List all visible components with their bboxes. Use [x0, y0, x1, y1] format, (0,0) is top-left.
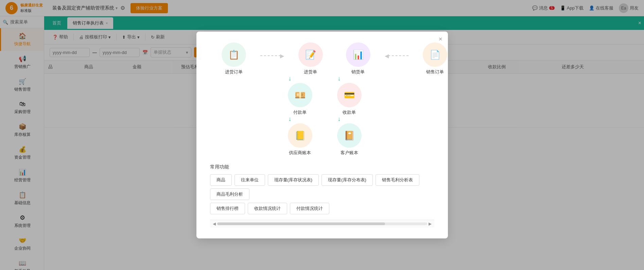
search-menu-button[interactable]: 🔍 搜索菜单 — [0, 16, 44, 28]
func-btn-0[interactable]: 商品 — [210, 174, 232, 186]
func-btn-2[interactable]: 现存量(库存状况表) — [268, 174, 319, 186]
trial-button[interactable]: 体验行业方案 — [130, 3, 168, 13]
payment-label: 付款单 — [293, 109, 307, 115]
customer-account-icon: 📔 — [337, 123, 362, 148]
message-button[interactable]: 💬 消息 5 — [532, 5, 555, 11]
sidebar-item-basic[interactable]: 📋 基础信息 — [0, 187, 44, 210]
flow-node-purchase-receipt[interactable]: 📝 进货单 — [287, 42, 334, 75]
logo-text: 畅康通好生意 标准版 — [20, 3, 43, 13]
flow-node-purchase-order[interactable]: 📋 进货订单 — [210, 42, 258, 75]
customer-account-label: 客户账本 — [341, 150, 358, 156]
sales-order-icon: 📄 — [423, 42, 447, 67]
modal-close-button[interactable]: × — [439, 36, 442, 43]
flow-node-sales-receipt[interactable]: 📊 销货单 — [334, 42, 382, 75]
supplier-account-icon: 📒 — [288, 123, 312, 148]
date-from-input[interactable] — [50, 48, 90, 57]
flow-node-payment[interactable]: 💴 付款单 — [276, 83, 324, 115]
purchase-receipt-label: 进货单 — [304, 69, 317, 75]
scroll-left-arrow[interactable]: ◀ — [213, 221, 216, 226]
refresh-icon: ↻ — [151, 35, 155, 40]
help-icon: ❓ — [52, 35, 58, 40]
sales-order-label: 销售订单 — [426, 69, 444, 75]
help-button[interactable]: ❓ 帮助 — [50, 33, 71, 41]
inventory-icon: 📦 — [19, 123, 26, 130]
func-btn-8[interactable]: 付款情况统计 — [290, 203, 329, 214]
separator-2 — [116, 34, 117, 40]
print-icon: 🖨 — [79, 35, 84, 40]
system-title: 装备及固定资产辅助管理系统 ▾ — [52, 5, 118, 11]
date-to-input[interactable] — [100, 48, 140, 57]
col-header-1: 商品 — [80, 60, 129, 74]
flow-node-receipt[interactable]: 💳 收款单 — [326, 83, 373, 115]
chevron-down-icon-2: ▾ — [137, 35, 140, 40]
tab-home[interactable]: 首页 — [47, 17, 67, 29]
sidebar-item-collab[interactable]: 🤝 企业协同 — [0, 233, 44, 255]
col-header-2: 金额 — [128, 60, 177, 74]
func-btn-5[interactable]: 商品毛利分析 — [210, 188, 249, 200]
settings-icon[interactable]: ⚙ — [120, 5, 125, 11]
sidebar-item-quick-nav[interactable]: 🏠 快捷导航 — [0, 28, 44, 51]
func-btn-3[interactable]: 现存量(库存分布表) — [321, 174, 373, 186]
separator-3 — [145, 34, 145, 40]
user-menu[interactable]: Ea 用友 — [619, 3, 639, 13]
sidebar-item-sales[interactable]: 🛒 销售管理 — [0, 74, 44, 96]
scroll-track[interactable] — [217, 222, 427, 225]
avatar: Ea — [619, 3, 628, 13]
logo-icon: 6 — [5, 2, 18, 14]
tab-sales-order[interactable]: 销售订单执行表 × — [67, 17, 113, 29]
func-btn-6[interactable]: 销售排行榜 — [210, 203, 245, 214]
finance-icon: 💰 — [19, 146, 26, 153]
sidebar-item-newbie[interactable]: 📖 新手引导 — [0, 255, 44, 270]
system-icon: ⚙ — [20, 214, 25, 221]
template-print-button[interactable]: 🖨 按模板打印 ▾ — [76, 33, 114, 41]
app-download-button[interactable]: 📱 App下载 — [560, 5, 584, 11]
receipt-icon: 💳 — [337, 83, 362, 107]
sales-receipt-icon: 📊 — [346, 42, 370, 67]
date-to-field[interactable] — [103, 50, 137, 55]
func-btn-4[interactable]: 销售毛利分析表 — [376, 174, 419, 186]
flow-node-supplier-account[interactable]: 📒 供应商账本 — [276, 123, 324, 156]
logo-area: 6 畅康通好生意 标准版 — [5, 2, 50, 14]
flow-node-customer-account[interactable]: 📔 客户账本 — [326, 123, 373, 156]
marketing-icon: 📢 — [19, 55, 26, 62]
calendar-icon[interactable]: 📅 — [142, 50, 148, 55]
tab-bar: 首页 销售订单执行表 × × — [44, 16, 644, 30]
col-header-0: 品 — [44, 60, 80, 74]
status-select[interactable]: 单据状态 ▾ — [151, 47, 191, 57]
func-btn-7[interactable]: 收款情况统计 — [248, 203, 287, 214]
func-btn-1[interactable]: 往来单位 — [234, 174, 265, 186]
flow-node-sales-order[interactable]: 📄 销售订单 — [411, 42, 459, 75]
sidebar-item-system[interactable]: ⚙ 系统管理 — [0, 210, 44, 233]
message-icon: 💬 — [532, 5, 538, 11]
sidebar: 🔍 搜索菜单 🏠 快捷导航 📢 营销推广 🛒 销售管理 🛍 采购管理 📦 — [0, 16, 44, 270]
flow-modal: × 📋 进货订单 ▶ 📝 进货单 — [196, 32, 448, 238]
sidebar-item-purchase[interactable]: 🛍 采购管理 — [0, 96, 44, 119]
col-header-7: 收款比例 — [484, 60, 558, 74]
scroll-right-arrow[interactable]: ▶ — [429, 221, 432, 226]
home-icon: 🏠 — [19, 32, 26, 40]
sidebar-item-operations[interactable]: 📊 经营管理 — [0, 164, 44, 187]
common-functions-buttons: 商品 往来单位 现存量(库存状况表) 现存量(库存分布表) 销售毛利分析表 商品… — [210, 174, 434, 200]
refresh-button[interactable]: ↻ 刷新 — [148, 33, 168, 41]
collab-icon: 🤝 — [19, 237, 26, 244]
download-icon: 📱 — [560, 5, 565, 11]
tab-close-icon[interactable]: × — [106, 21, 108, 25]
select-chevron-icon: ▾ — [186, 50, 188, 55]
common-functions-section: 常用功能 商品 往来单位 现存量(库存状况表) 现存量(库存分布表) 销售毛利分… — [210, 164, 434, 214]
chevron-down-icon: ▾ — [108, 35, 111, 40]
close-all-tabs-button[interactable]: × — [638, 20, 641, 26]
chevron-down-icon[interactable]: ▾ — [116, 6, 118, 11]
export-button[interactable]: ⬆ 导出 ▾ — [119, 33, 142, 41]
sidebar-item-finance[interactable]: 💰 资金管理 — [0, 142, 44, 164]
supplier-account-label: 供应商账本 — [289, 150, 311, 156]
purchase-order-icon: 📋 — [222, 42, 246, 67]
sidebar-item-marketing[interactable]: 📢 营销推广 — [0, 51, 44, 74]
newbie-icon: 📖 — [19, 259, 26, 267]
sidebar-item-inventory[interactable]: 📦 库存核算 — [0, 119, 44, 142]
online-service-button[interactable]: 👤 在线客服 — [589, 5, 613, 11]
payment-icon: 💴 — [288, 83, 312, 107]
search-icon: 🔍 — [3, 20, 8, 25]
receipt-label: 收款单 — [343, 109, 356, 115]
date-from-field[interactable] — [53, 50, 87, 55]
export-icon: ⬆ — [122, 35, 126, 40]
